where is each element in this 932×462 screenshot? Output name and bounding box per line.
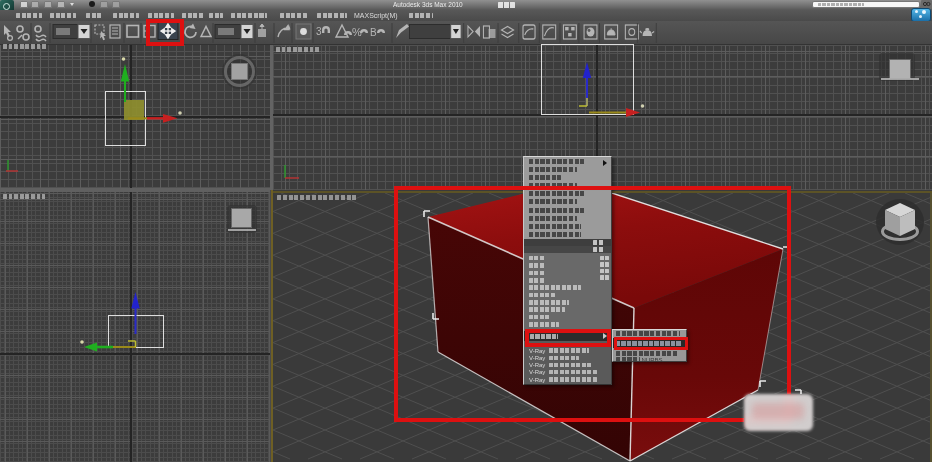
svg-text:3: 3	[316, 26, 322, 37]
svg-text:B: B	[370, 27, 377, 38]
